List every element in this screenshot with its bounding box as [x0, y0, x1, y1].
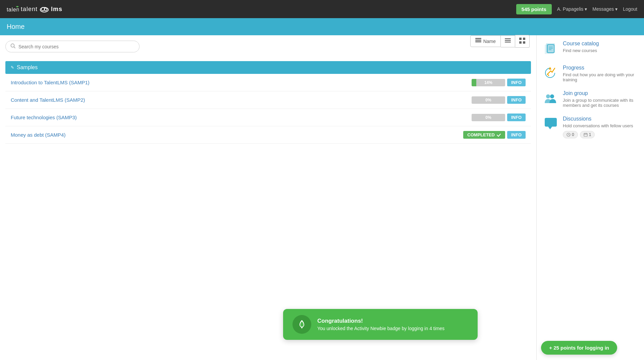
svg-rect-14 — [519, 41, 522, 44]
course-name: Money as debt (SAMP4) — [11, 132, 65, 138]
catalog-icon — [542, 41, 558, 57]
course-name: Content and TalentLMS (SAMP2) — [11, 97, 85, 103]
svg-rect-15 — [523, 41, 525, 44]
points-toast-label: + 25 points for logging in — [549, 345, 609, 351]
svg-text:talent: talent — [7, 7, 19, 12]
course-actions: 0%INFO — [472, 96, 526, 104]
list-view-button[interactable] — [501, 35, 515, 47]
course-name: Future technologies (SAMP3) — [11, 115, 77, 120]
group-title: Join group — [563, 90, 639, 96]
svg-point-23 — [546, 94, 550, 98]
table-row[interactable]: Content and TalentLMS (SAMP2)0%INFO — [5, 91, 531, 109]
logo: talent talent lms — [7, 4, 62, 14]
page-title: Home — [7, 23, 24, 30]
nav-right: 545 points A. Papagelis ▾ Messages ▾ Log… — [516, 4, 637, 14]
svg-rect-28 — [584, 133, 587, 136]
progress-label: 14% — [472, 79, 505, 86]
info-button[interactable]: INFO — [507, 131, 526, 139]
table-row[interactable]: Introduction to TalentLMS (SAMP1)14%INFO — [5, 74, 531, 91]
page-header: Home — [0, 18, 644, 35]
table-row[interactable]: Money as debt (SAMP4)COMPLETED INFO — [5, 126, 531, 144]
progress-title: Progress — [563, 65, 639, 71]
points-button[interactable]: 545 points — [516, 4, 552, 14]
progress-desc: Find out how you are doing with your tra… — [563, 72, 639, 82]
info-button[interactable]: INFO — [507, 114, 526, 121]
badge-calendar: 1 — [580, 131, 595, 138]
logo-cloud-icon — [40, 6, 49, 12]
progress-bar: 14% — [472, 79, 505, 86]
notif-title: Congratulations! — [317, 318, 444, 324]
topnav: talent talent lms 545 points A. Papageli… — [0, 0, 644, 18]
progress-label: 0% — [472, 114, 505, 121]
discussions-badges: 0 1 — [563, 131, 633, 138]
logout-link[interactable]: Logout — [623, 6, 637, 12]
discussions-title: Discussions — [563, 116, 633, 122]
grid-view-button[interactable] — [515, 35, 530, 48]
section-header[interactable]: ✎ Samples — [5, 61, 531, 74]
svg-point-24 — [550, 94, 554, 98]
course-actions: COMPLETED INFO — [463, 131, 526, 139]
search-icon — [10, 43, 16, 50]
sidebar-group[interactable]: Join group Join a group to communicate w… — [542, 90, 639, 108]
search-input[interactable] — [18, 44, 135, 49]
sidebar-progress[interactable]: Progress Find out how you are doing with… — [542, 65, 639, 82]
course-actions: 14%INFO — [472, 79, 526, 86]
logo-talent: talent — [21, 6, 38, 13]
sidebar-catalog[interactable]: Course catalog Find new courses — [542, 41, 639, 57]
catalog-title: Course catalog — [563, 41, 599, 47]
user-menu[interactable]: A. Papagelis ▾ — [557, 6, 587, 12]
search-bar — [5, 41, 140, 52]
collapse-icon: ✎ — [11, 65, 14, 70]
sidebar-discussions[interactable]: Discussions Hold conversations with fell… — [542, 116, 639, 138]
table-row[interactable]: Future technologies (SAMP3)0%INFO — [5, 109, 531, 126]
course-list: Introduction to TalentLMS (SAMP1)14%INFO… — [5, 74, 531, 144]
chevron-down-icon: ▾ — [615, 6, 618, 12]
group-icon — [542, 90, 558, 106]
course-name: Introduction to TalentLMS (SAMP1) — [11, 80, 90, 85]
svg-rect-13 — [523, 38, 525, 40]
svg-rect-9 — [505, 38, 511, 39]
progress-text: Progress Find out how you are doing with… — [563, 65, 639, 82]
sidebar: Course catalog Find new courses Progress… — [537, 35, 644, 360]
progress-bar: 0% — [472, 114, 505, 121]
svg-line-5 — [14, 47, 15, 48]
info-button[interactable]: INFO — [507, 96, 526, 104]
svg-rect-12 — [519, 38, 522, 40]
svg-rect-6 — [475, 38, 481, 39]
svg-rect-7 — [475, 40, 481, 41]
svg-point-4 — [11, 44, 14, 47]
progress-icon — [542, 65, 558, 81]
sort-name-label: Name — [483, 39, 496, 44]
sort-name-button[interactable]: Name — [470, 35, 501, 47]
notif-badge-icon — [292, 315, 311, 334]
svg-rect-10 — [505, 40, 511, 41]
svg-rect-8 — [475, 41, 481, 42]
catalog-desc: Find new courses — [563, 48, 599, 53]
notification-banner: Congratulations! You unlocked the Activi… — [283, 309, 478, 340]
discussions-icon — [542, 116, 558, 132]
discussions-text: Discussions Hold conversations with fell… — [563, 116, 633, 138]
points-toast: + 25 points for logging in — [541, 341, 617, 355]
svg-line-27 — [569, 135, 570, 135]
top-controls-row: Name — [5, 41, 531, 58]
notif-text: Congratulations! You unlocked the Activi… — [317, 318, 444, 331]
layers-icon — [475, 38, 481, 44]
chevron-down-icon: ▾ — [585, 6, 587, 12]
messages-menu[interactable]: Messages ▾ — [592, 6, 618, 12]
course-actions: 0%INFO — [472, 114, 526, 121]
progress-bar: 0% — [472, 96, 505, 104]
completed-button[interactable]: COMPLETED — [463, 131, 505, 139]
group-text: Join group Join a group to communicate w… — [563, 90, 639, 108]
notif-subtitle: You unlocked the Activity Newbie badge b… — [317, 326, 444, 331]
group-desc: Join a group to communicate with its mem… — [563, 98, 639, 108]
badge-time: 0 — [563, 131, 578, 138]
catalog-text: Course catalog Find new courses — [563, 41, 599, 53]
info-button[interactable]: INFO — [507, 79, 526, 86]
svg-rect-11 — [505, 42, 511, 43]
progress-label: 0% — [472, 96, 505, 104]
view-controls: Name — [470, 35, 530, 48]
section-title: Samples — [17, 64, 38, 71]
logo-lms: lms — [51, 6, 62, 13]
discussions-desc: Hold conversations with fellow users — [563, 123, 633, 128]
